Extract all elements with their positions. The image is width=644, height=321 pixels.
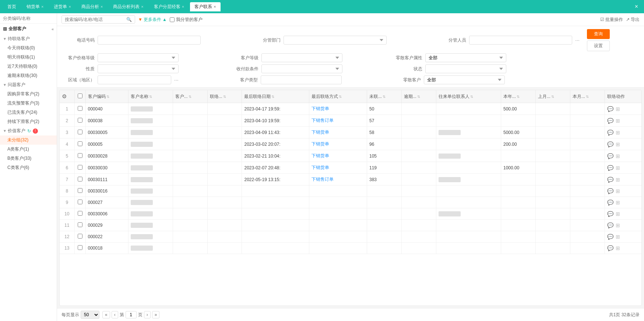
col-last-date-sort[interactable]: ⇅ [271, 95, 274, 99]
manager-input[interactable] [469, 36, 572, 45]
my-customers-filter[interactable]: 我分管的客户 [170, 17, 203, 23]
col-this-year-sort[interactable]: ⇅ [517, 95, 520, 99]
grid-action-icon[interactable]: ⊞ [616, 118, 620, 124]
sidebar-collapse-icon[interactable]: « [52, 27, 54, 31]
last-way-link[interactable]: 下销售订单 [312, 118, 334, 123]
sidebar-section-value[interactable]: ▼ 价值客户 ↻ ! [0, 126, 57, 135]
refresh-icon[interactable]: ↻ [27, 128, 31, 134]
row-checkbox[interactable] [78, 118, 82, 123]
more-conditions-button[interactable]: ▼ 更多条件 ▲ [138, 17, 167, 23]
chat-icon[interactable]: 💬 [607, 130, 613, 135]
chat-icon[interactable]: 💬 [607, 234, 613, 240]
chat-icon[interactable]: 💬 [607, 245, 613, 251]
reset-button[interactable]: 设置 [587, 40, 610, 51]
col-type-sort[interactable]: ⇅ [189, 95, 191, 99]
last-way-link[interactable]: 下销货单 [312, 106, 329, 111]
sidebar-item-ungroup[interactable]: 未分组(32) [0, 135, 57, 145]
last-way-link[interactable]: 下销售订单 [312, 177, 334, 182]
tab-customer-contact-close[interactable]: × [214, 4, 216, 9]
sidebar-item-class-c[interactable]: C类客户(6) [0, 163, 57, 172]
query-button[interactable]: 查询 [587, 29, 610, 39]
row-checkbox[interactable] [78, 188, 82, 193]
sidebar-item-class-b[interactable]: B类客户(33) [0, 154, 57, 163]
row-checkbox[interactable] [78, 222, 82, 227]
last-way-link[interactable]: 下销货单 [312, 165, 329, 170]
tab-sales-close[interactable]: × [41, 4, 43, 9]
tab-customer-contact[interactable]: 客户联系 × [190, 2, 220, 11]
grid-action-icon[interactable]: ⊞ [616, 141, 620, 147]
row-checkbox[interactable] [78, 245, 82, 250]
col-contact-sort[interactable]: ⇅ [223, 95, 226, 99]
chat-icon[interactable]: 💬 [607, 222, 613, 228]
chat-icon[interactable]: 💬 [607, 118, 613, 124]
col-name-sort[interactable]: ⇅ [149, 95, 152, 99]
tab-product-analysis[interactable]: 商品分析 × [77, 2, 107, 11]
grid-action-icon[interactable]: ⊞ [616, 177, 620, 183]
sidebar-search-input[interactable] [3, 16, 57, 21]
tab-customer-category[interactable]: 客户分层经客 × [149, 2, 189, 11]
status-select[interactable] [425, 64, 506, 73]
manager-more-icon[interactable]: ··· [575, 37, 580, 43]
row-checkbox[interactable] [78, 141, 82, 146]
chat-icon[interactable]: 💬 [607, 106, 613, 112]
chat-icon[interactable]: 💬 [607, 153, 613, 159]
payment-select[interactable] [261, 64, 342, 73]
last-way-link[interactable]: 下销货单 [312, 130, 329, 135]
tab-sales[interactable]: 销货单 × [22, 2, 48, 11]
settings-icon[interactable]: ⚙ [62, 93, 67, 99]
search-input[interactable] [65, 17, 125, 22]
tab-product-analysis-close[interactable]: × [101, 4, 103, 9]
sidebar-item-week-pending[interactable]: 近7天待联络(0) [0, 62, 57, 71]
grid-action-icon[interactable]: ⊞ [616, 130, 620, 135]
row-checkbox[interactable] [78, 200, 82, 204]
sidebar-item-today-pending[interactable]: 今天待联络(0) [0, 43, 57, 53]
next-page-button[interactable]: › [144, 311, 151, 318]
tab-purchase[interactable]: 进货单 × [49, 2, 75, 11]
row-checkbox[interactable] [78, 130, 82, 134]
row-checkbox[interactable] [78, 165, 82, 170]
export-button[interactable]: ↗ 导出 [626, 17, 640, 23]
chat-icon[interactable]: 💬 [607, 165, 613, 171]
tab-product-analysis-list-close[interactable]: × [141, 4, 143, 9]
col-not-contact-sort[interactable]: ⇅ [383, 95, 386, 99]
sidebar-item-abnormal[interactable]: 因购异常客户(2) [0, 89, 57, 99]
scattered-attr-select[interactable]: 全部 [425, 53, 506, 62]
sidebar-item-overdue-pending[interactable]: 逾期未联络(30) [0, 71, 57, 80]
tab-purchase-close[interactable]: × [68, 4, 71, 9]
region-input[interactable] [98, 75, 171, 84]
col-this-month-sort[interactable]: ⇅ [586, 95, 589, 99]
dept-select[interactable] [284, 36, 387, 45]
grid-action-icon[interactable]: ⊞ [616, 153, 620, 159]
page-input[interactable] [126, 311, 137, 318]
first-page-button[interactable]: « [102, 311, 110, 318]
chat-icon[interactable]: 💬 [607, 200, 613, 205]
col-code-sort[interactable]: ⇅ [106, 95, 109, 99]
sidebar-item-class-a[interactable]: A类客户(1) [0, 145, 57, 154]
col-last-way-sort[interactable]: ⇅ [339, 95, 342, 99]
per-page-select[interactable]: 50 20 100 [81, 311, 99, 319]
grid-action-icon[interactable]: ⊞ [616, 211, 620, 217]
all-customers-header[interactable]: ⊞ 全部客户 « [0, 24, 57, 34]
col-overdue-sort[interactable]: ⇅ [417, 95, 420, 99]
tab-customer-category-close[interactable]: × [182, 4, 184, 9]
chat-icon[interactable]: 💬 [607, 141, 613, 147]
grid-action-icon[interactable]: ⊞ [616, 222, 620, 228]
tab-home[interactable]: 首页 [3, 2, 21, 11]
grid-action-icon[interactable]: ⊞ [616, 106, 620, 112]
col-last-month-sort[interactable]: ⇅ [551, 95, 554, 99]
batch-operation-button[interactable]: ☑ 批量操作 [600, 17, 623, 23]
nature-select[interactable] [98, 64, 179, 73]
price-level-select[interactable] [98, 53, 179, 62]
grid-action-icon[interactable]: ⊞ [616, 245, 620, 251]
last-way-link[interactable]: 下销货单 [312, 153, 329, 158]
row-checkbox[interactable] [78, 211, 82, 216]
chat-icon[interactable]: 💬 [607, 188, 613, 194]
sidebar-item-declining[interactable]: 持续下滑客户(2) [0, 117, 57, 126]
grid-action-icon[interactable]: ⊞ [616, 165, 620, 171]
row-checkbox[interactable] [78, 153, 82, 158]
close-all-button[interactable]: × [632, 2, 641, 11]
phone-input[interactable] [98, 36, 201, 45]
row-checkbox[interactable] [78, 106, 82, 111]
my-customers-checkbox[interactable] [170, 17, 175, 22]
scattered-customer-select[interactable]: 全部 [424, 75, 505, 84]
